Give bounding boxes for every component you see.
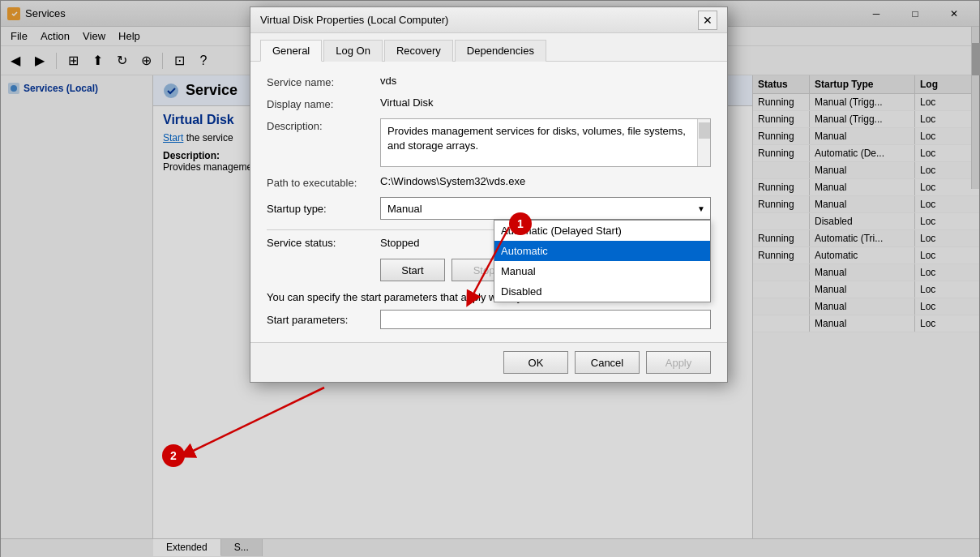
dialog-tabs: General Log On Recovery Dependencies [250, 33, 727, 62]
tab-general[interactable]: General [260, 40, 322, 62]
service-status-value: Stopped [380, 237, 419, 249]
annotation-1: 1 [509, 212, 532, 235]
path-label: Path to executable: [267, 175, 380, 189]
dropdown-item-manual[interactable]: Manual [494, 261, 710, 281]
description-row: Description: Provides management service… [267, 118, 711, 167]
description-field: Provides management services for disks, … [380, 118, 711, 167]
description-field-label: Description: [267, 118, 380, 132]
apply-button[interactable]: Apply [646, 351, 711, 374]
tab-recovery[interactable]: Recovery [384, 40, 453, 62]
ok-button[interactable]: OK [503, 351, 568, 374]
startup-type-row: Startup type: Manual ▼ Automatic (Delaye… [267, 197, 711, 220]
tab-dependencies[interactable]: Dependencies [455, 40, 546, 62]
path-value: C:\Windows\System32\vds.exe [380, 175, 525, 187]
properties-dialog: Virtual Disk Properties (Local Computer)… [250, 6, 728, 383]
dropdown-item-automatic[interactable]: Automatic [494, 241, 710, 261]
dropdown-arrow-icon: ▼ [697, 204, 705, 213]
cancel-button[interactable]: Cancel [575, 351, 640, 374]
display-name-value: Virtual Disk [380, 96, 434, 109]
description-field-value: Provides management services for disks, … [387, 125, 686, 152]
startup-type-label: Startup type: [267, 203, 380, 215]
annotation-2: 2 [162, 444, 185, 467]
service-name-value: vds [380, 75, 396, 87]
start-button[interactable]: Start [380, 259, 445, 281]
dialog-content: Service name: vds Display name: Virtual … [250, 62, 727, 342]
startup-type-select[interactable]: Manual ▼ [380, 197, 711, 220]
dialog-titlebar: Virtual Disk Properties (Local Computer)… [250, 7, 727, 33]
service-name-row: Service name: vds [267, 75, 711, 88]
start-params-input[interactable] [380, 310, 711, 329]
dialog-title: Virtual Disk Properties (Local Computer) [260, 14, 698, 26]
desc-scrollbar-thumb[interactable] [699, 122, 710, 139]
description-scrollbar[interactable] [697, 119, 710, 166]
tab-logon[interactable]: Log On [323, 40, 383, 62]
start-params-label: Start parameters: [267, 314, 380, 326]
startup-select-value: Manual [387, 203, 422, 215]
service-status-label: Service status: [267, 237, 380, 249]
start-params-row: Start parameters: [267, 310, 711, 329]
service-name-label: Service name: [267, 75, 380, 88]
display-name-label: Display name: [267, 96, 380, 110]
dialog-close-button[interactable]: ✕ [698, 11, 717, 30]
path-row: Path to executable: C:\Windows\System32\… [267, 175, 711, 189]
dialog-footer: OK Cancel Apply [250, 342, 727, 382]
dropdown-item-disabled[interactable]: Disabled [494, 281, 710, 302]
display-name-row: Display name: Virtual Disk [267, 96, 711, 110]
